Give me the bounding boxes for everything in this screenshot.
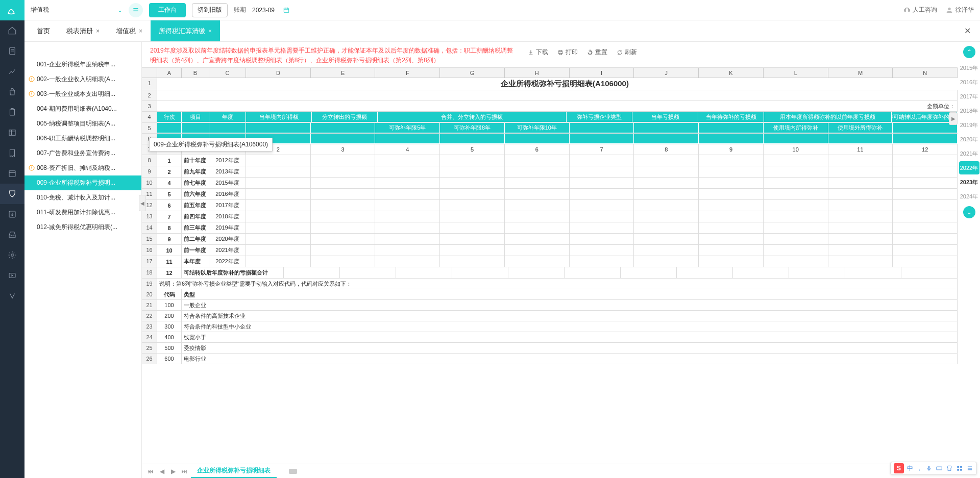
year-val[interactable]: 2017年度 [209, 200, 246, 211]
data-cell[interactable] [828, 189, 893, 199]
data-cell[interactable] [893, 166, 958, 177]
data-cell[interactable] [764, 166, 828, 177]
th[interactable]: 当年境内所得额 [246, 112, 312, 122]
close-icon[interactable]: × [208, 28, 212, 35]
data-cell[interactable] [311, 222, 376, 233]
note-type[interactable]: 线宽小于 [182, 332, 958, 342]
tab-tax-list[interactable]: 税表清册× [58, 20, 108, 41]
note-type[interactable]: 一般企业 [182, 300, 958, 310]
data-cell[interactable] [828, 245, 893, 256]
close-all-tabs[interactable]: ✕ [959, 20, 976, 41]
data-cell[interactable] [677, 267, 733, 278]
row-header[interactable]: 16 [142, 245, 157, 256]
cell[interactable] [157, 123, 182, 133]
data-cell[interactable] [828, 178, 893, 188]
data-cell[interactable] [505, 166, 570, 177]
note-code-h[interactable]: 代码 [157, 289, 182, 299]
th[interactable]: 分立转出的亏损额 [312, 112, 378, 122]
item-name[interactable]: 前五年度 [182, 200, 209, 211]
row-no[interactable]: 10 [157, 245, 182, 256]
data-cell[interactable] [570, 211, 634, 222]
data-cell[interactable] [452, 267, 508, 278]
row-header[interactable]: 3 [142, 101, 157, 111]
cell[interactable] [182, 123, 209, 133]
data-cell[interactable] [440, 211, 505, 222]
calendar-icon[interactable] [283, 7, 290, 14]
data-cell[interactable] [246, 155, 311, 166]
row-header[interactable]: 21 [142, 300, 157, 310]
data-cell[interactable] [505, 222, 570, 233]
cell[interactable] [440, 134, 505, 144]
tree-item[interactable]: 011-研发费用加计扣除优惠... [24, 205, 141, 220]
col-header[interactable]: I [570, 68, 634, 78]
th[interactable]: 行次 [157, 112, 182, 122]
year-val[interactable]: 2013年度 [209, 166, 246, 177]
year-val[interactable]: 2018年度 [209, 211, 246, 222]
reset-button[interactable]: 重置 [587, 48, 607, 57]
tab-home[interactable]: 首页 [29, 20, 58, 41]
nav-tax-icon[interactable] [0, 184, 24, 204]
nav-export-icon[interactable] [0, 204, 24, 224]
cell[interactable] [828, 134, 893, 144]
cell[interactable] [505, 134, 570, 144]
data-cell[interactable] [570, 256, 634, 267]
data-cell[interactable] [246, 211, 311, 222]
data-cell[interactable] [764, 245, 828, 256]
row-header[interactable]: 17 [142, 256, 157, 267]
data-cell[interactable] [699, 234, 764, 244]
cell[interactable] [893, 134, 958, 144]
th[interactable]: 当年待弥补的亏损额 [698, 112, 764, 122]
data-cell[interactable] [570, 245, 634, 256]
cell[interactable] [634, 134, 699, 144]
data-cell[interactable] [375, 256, 440, 267]
cell[interactable] [375, 134, 440, 144]
row-header[interactable]: 24 [142, 332, 157, 342]
note-type[interactable]: 符合条件的高新技术企业 [182, 311, 958, 321]
ime-logo[interactable]: S [894, 463, 904, 473]
row-header[interactable]: 1 [142, 78, 157, 90]
note-code[interactable]: 500 [157, 343, 182, 353]
data-cell[interactable] [764, 178, 828, 188]
data-cell[interactable] [375, 222, 440, 233]
th[interactable]: 使用境外所得弥补 [828, 123, 893, 133]
tree-item[interactable]: 004-期间费用明细表(A1040... [24, 102, 141, 116]
data-cell[interactable] [634, 245, 699, 256]
collapse-tree-handle[interactable]: ◀ [139, 195, 146, 211]
data-cell[interactable] [634, 166, 699, 177]
nav-clipboard-icon[interactable] [0, 102, 24, 122]
col-number[interactable]: 9 [699, 144, 764, 155]
year-item[interactable]: 2022年 [959, 161, 979, 174]
tree-item[interactable]: 005-纳税调整项目明细表(A... [24, 116, 141, 131]
data-cell[interactable] [764, 155, 828, 166]
ime-punct-icon[interactable]: ， [916, 464, 922, 473]
sheet-tab[interactable]: 企业所得税弥补亏损明细表 [191, 464, 277, 478]
workbench-button[interactable]: 工作台 [149, 3, 186, 17]
data-cell[interactable] [311, 189, 376, 199]
row-no[interactable]: 5 [157, 189, 182, 199]
note-type[interactable]: 受疫情影 [182, 343, 958, 353]
data-cell[interactable] [505, 200, 570, 211]
data-cell[interactable] [634, 234, 699, 244]
data-cell[interactable] [440, 166, 505, 177]
year-val[interactable]: 2016年度 [209, 189, 246, 199]
tax-type-dropdown[interactable]: 增值税 ⌄ [31, 6, 122, 14]
row-header[interactable]: 14 [142, 222, 157, 233]
item-name[interactable]: 前九年度 [182, 166, 209, 177]
item-name[interactable]: 本年度 [182, 256, 209, 267]
cell[interactable] [570, 123, 634, 133]
data-cell[interactable] [340, 267, 396, 278]
row-no[interactable]: 6 [157, 200, 182, 211]
data-cell[interactable] [246, 256, 311, 267]
data-cell[interactable] [246, 245, 311, 256]
sheet-prev-icon[interactable]: ◀ [157, 468, 166, 475]
data-cell[interactable] [621, 267, 677, 278]
nav-receipt-icon[interactable] [0, 143, 24, 163]
data-cell[interactable] [634, 155, 699, 166]
cell[interactable] [311, 134, 376, 144]
expand-handle[interactable]: ▶ [949, 112, 958, 125]
data-cell[interactable] [440, 178, 505, 188]
item-name[interactable]: 前三年度 [182, 222, 209, 233]
data-cell[interactable] [893, 178, 958, 188]
tree-item[interactable]: 003-一般企业成本支出明细... [24, 87, 141, 102]
item-name[interactable]: 前七年度 [182, 178, 209, 188]
